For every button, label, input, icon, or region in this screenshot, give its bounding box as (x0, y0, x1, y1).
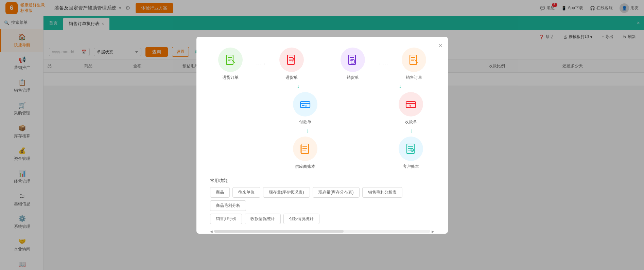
svg-text:¥: ¥ (409, 104, 412, 108)
modal: × 进货订单 - - - → 进货单 (196, 37, 448, 234)
scrollbar-thumb (214, 230, 344, 233)
func-btn-partner[interactable]: 往来单位 (232, 187, 260, 198)
func-buttons-row2: 销售排行榜 收款情况统计 付款情况统计 (210, 214, 434, 224)
svg-rect-12 (351, 60, 354, 63)
func-btn-receipt-stat[interactable]: 收款情况统计 (245, 214, 281, 224)
sales-order-circle (402, 48, 426, 72)
flow-diagram: 进货订单 - - - → 进货单 (210, 48, 434, 172)
node-receipt-bill[interactable]: ¥ 收款单 (387, 92, 434, 125)
node-sales-order[interactable]: 销售订单 (394, 48, 434, 80)
func-btn-stock-dist[interactable]: 现存量(库存分布表) (313, 187, 360, 198)
svg-rect-13 (410, 55, 417, 65)
flow-row-2: ¥ 付款单 ¥ 收款单 (210, 92, 434, 125)
arrow-down-sales: ↓ (399, 83, 402, 89)
flow-row-1: 进货订单 - - - → 进货单 (210, 48, 434, 80)
svg-rect-28 (300, 145, 302, 153)
scroll-left-btn[interactable]: ◀ (210, 230, 213, 233)
arrow-2: ← - - - (373, 61, 394, 66)
purchase-bill-circle (279, 48, 304, 72)
arrow-down-purchase: ↓ (297, 83, 300, 89)
svg-rect-19 (302, 105, 304, 106)
payment-bill-circle: ¥ (293, 92, 317, 116)
arrow-down-receipt: ↓ (410, 128, 413, 134)
sales-bill-circle (341, 48, 365, 72)
purchase-bill-label: 进货单 (285, 75, 298, 80)
svg-rect-24 (301, 144, 309, 154)
node-customer-book[interactable]: 客户账本 (387, 137, 434, 169)
node-payment-bill[interactable]: ¥ 付款单 (282, 92, 329, 125)
svg-rect-0 (226, 55, 233, 65)
scrollbar-track[interactable] (214, 230, 430, 233)
func-btn-sales-rank[interactable]: 销售排行榜 (210, 214, 242, 224)
func-btn-stock-status[interactable]: 现存量(库存状况表) (263, 187, 310, 198)
customer-book-label: 客户账本 (403, 164, 419, 169)
func-btn-payment-stat[interactable]: 付款情况统计 (283, 214, 319, 224)
supplier-book-label: 供应商账本 (295, 164, 315, 169)
receipt-bill-circle: ¥ (399, 92, 423, 116)
node-sales-bill[interactable]: 销货单 (332, 48, 373, 80)
purchase-order-label: 进货订单 (222, 75, 239, 80)
modal-close-btn[interactable]: × (439, 42, 442, 49)
node-supplier-book[interactable]: 供应商账本 (282, 137, 329, 169)
flow-row-arrows-down: ↓ ↓ (210, 83, 434, 89)
purchase-order-circle (218, 48, 243, 72)
common-functions: 常用功能 商品 往来单位 现存量(库存状况表) 现存量(库存分布表) 销售毛利分… (210, 178, 434, 224)
arrow-down-payment: ↓ (306, 128, 309, 134)
payment-bill-label: 付款单 (299, 119, 311, 125)
supplier-book-circle (293, 137, 317, 161)
modal-overlay[interactable]: × 进货订单 - - - → 进货单 (0, 0, 644, 270)
sales-bill-label: 销货单 (347, 75, 359, 80)
node-purchase-order[interactable]: 进货订单 (210, 48, 251, 80)
sales-order-label: 销售订单 (406, 75, 422, 80)
flow-row-arrows-down2: ↓ ↓ (210, 128, 434, 134)
func-btn-sales-margin[interactable]: 销售毛利分析表 (362, 187, 402, 198)
common-functions-title: 常用功能 (210, 178, 434, 184)
customer-book-circle (399, 137, 423, 161)
func-btn-product[interactable]: 商品 (210, 187, 230, 198)
func-btn-product-margin[interactable]: 商品毛利分析 (210, 200, 246, 211)
receipt-bill-label: 收款单 (405, 119, 417, 125)
flow-row-3: 供应商账本 客户账本 (210, 137, 434, 169)
scroll-right-btn[interactable]: ▶ (432, 230, 434, 233)
node-purchase-bill[interactable]: 进货单 (271, 48, 312, 80)
scrollbar-row: ◀ ▶ (210, 230, 434, 233)
svg-text:¥: ¥ (305, 105, 307, 108)
arrow-1: - - - → (251, 61, 271, 66)
func-buttons-row1: 商品 往来单位 现存量(库存状况表) 现存量(库存分布表) 销售毛利分析表 商品… (210, 187, 434, 211)
